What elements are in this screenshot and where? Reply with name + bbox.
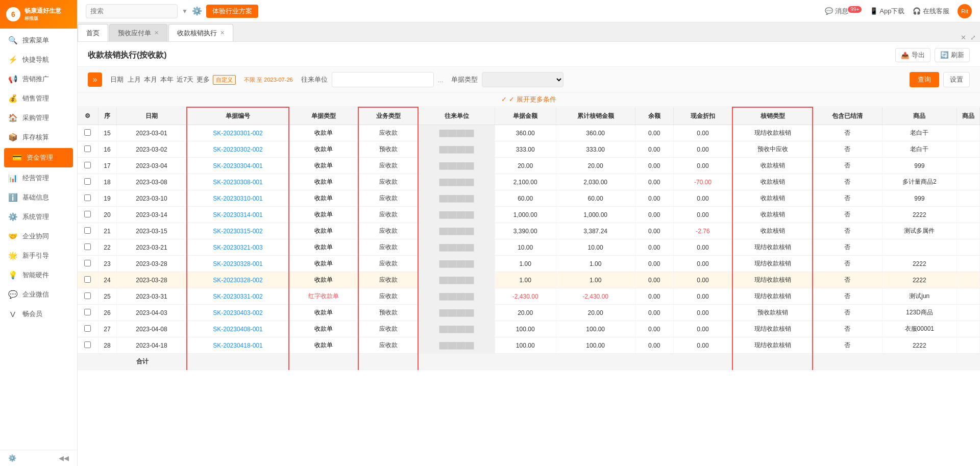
cell-checkbox[interactable] xyxy=(78,223,98,239)
col-header-settings[interactable]: ⚙ xyxy=(78,107,98,125)
table-row: 26 2023-04-03 SK-20230403-002 收款单 预收款 ██… xyxy=(78,305,980,321)
sidebar-item-finance[interactable]: 💳资金管理 xyxy=(4,148,73,167)
sidebar-item-marketing[interactable]: 📢营销推广 xyxy=(0,69,77,89)
col-header-doc-type: 单据类型 xyxy=(289,107,359,125)
main-content: ▼ ⚙️ 体验行业方案 💬 消息 99+ 📱 App下载 🎧 在线客服 Rit … xyxy=(78,0,980,466)
cell-checkbox[interactable] xyxy=(78,288,98,305)
date-link-this-year[interactable]: 本年 xyxy=(160,75,174,85)
sn-link[interactable]: SK-20230315-002 xyxy=(213,228,262,235)
tab-collection-label: 收款核销执行 xyxy=(177,29,217,38)
sidebar-item-guide[interactable]: 🌟新手引导 xyxy=(0,246,77,265)
cell-checkbox[interactable] xyxy=(78,174,98,190)
export-button[interactable]: 📤 导出 xyxy=(895,48,930,62)
cell-date: 2023-03-28 xyxy=(116,272,187,288)
tab-collection-close-icon[interactable]: ✕ xyxy=(220,30,225,36)
sn-link[interactable]: SK-20230310-001 xyxy=(213,195,262,202)
sidebar-item-sales[interactable]: 💰销售管理 xyxy=(0,89,77,108)
cell-checkbox[interactable] xyxy=(78,321,98,337)
cell-checkbox[interactable] xyxy=(78,158,98,174)
sn-link[interactable]: SK-20230302-002 xyxy=(213,146,262,153)
online-service-area[interactable]: 🎧 在线客服 xyxy=(913,7,949,16)
sn-link[interactable]: SK-20230328-001 xyxy=(213,260,262,267)
sn-link[interactable]: SK-20230314-001 xyxy=(213,211,262,218)
tab-collection[interactable]: 收款核销执行 ✕ xyxy=(168,24,233,41)
sidebar-item-basic[interactable]: ℹ️基础信息 xyxy=(0,188,77,207)
cell-include-settled: 否 xyxy=(813,125,882,141)
sn-link[interactable]: SK-20230331-002 xyxy=(213,293,262,300)
date-link-this-month[interactable]: 本月 xyxy=(144,75,157,85)
sidebar-item-inventory[interactable]: 📦库存核算 xyxy=(0,128,77,147)
filter-toggle-button[interactable]: » xyxy=(88,72,102,87)
sidebar-item-enterprise[interactable]: 🤝企业协同 xyxy=(0,227,77,246)
tab-home[interactable]: 首页 xyxy=(78,24,108,41)
cell-amount: 100.00 xyxy=(495,337,556,354)
cell-date: 2023-04-08 xyxy=(116,321,187,337)
sidebar-item-purchase[interactable]: 🏠采购管理 xyxy=(0,108,77,128)
cell-checkbox[interactable] xyxy=(78,337,98,354)
cell-checkbox[interactable] xyxy=(78,207,98,223)
sn-link[interactable]: SK-20230301-002 xyxy=(213,130,262,137)
sn-link[interactable]: SK-20230418-001 xyxy=(213,342,262,349)
cell-checkbox[interactable] xyxy=(78,256,98,272)
app-download-area[interactable]: 📱 App下载 xyxy=(870,7,904,16)
doc-type-filter-select[interactable] xyxy=(482,72,564,87)
cell-verify-type: 现结收款核销 xyxy=(732,256,813,272)
date-link-more[interactable]: 更多 xyxy=(197,75,210,85)
sidebar-item-label-inventory: 库存核算 xyxy=(22,133,49,142)
cell-seq: 18 xyxy=(98,174,116,190)
cell-balance: 0.00 xyxy=(635,174,673,190)
sn-link[interactable]: SK-20230328-002 xyxy=(213,277,262,284)
date-custom-button[interactable]: 自定义 xyxy=(213,75,236,85)
sidebar-item-quick[interactable]: ⚡快捷导航 xyxy=(0,50,77,69)
filter-settings-button[interactable]: 设置 xyxy=(943,72,970,87)
col-header-verified: 累计核销金额 xyxy=(556,107,635,125)
tab-close-all-icon[interactable]: ✕ xyxy=(961,34,966,41)
table-settings-icon[interactable]: ⚙ xyxy=(85,112,90,119)
expand-more-button[interactable]: ✓ ✓ 展开更多条件 xyxy=(501,95,556,104)
cell-discount: 0.00 xyxy=(673,125,732,141)
sidebar-item-search[interactable]: 🔍搜索菜单 xyxy=(0,31,77,50)
query-button[interactable]: 查询 xyxy=(910,72,939,87)
date-link-7days[interactable]: 近7天 xyxy=(177,75,193,85)
cell-checkbox[interactable] xyxy=(78,272,98,288)
cell-sn: SK-20230403-002 xyxy=(187,305,288,321)
cell-checkbox[interactable] xyxy=(78,239,98,256)
tab-prepay-close-icon[interactable]: ✕ xyxy=(154,30,159,36)
topbar-search-input[interactable] xyxy=(86,4,178,18)
cell-discount: 0.00 xyxy=(673,305,732,321)
cell-checkbox[interactable] xyxy=(78,190,98,207)
topbar-gear-icon[interactable]: ⚙️ xyxy=(192,6,202,16)
sidebar-item-member[interactable]: V畅会员 xyxy=(0,304,77,324)
cell-partner: ████████ xyxy=(418,158,495,174)
cell-verify-type: 收款核销 xyxy=(732,207,813,223)
sn-link[interactable]: SK-20230304-001 xyxy=(213,162,262,169)
sn-link[interactable]: SK-20230403-002 xyxy=(213,309,262,316)
cell-include-settled: 否 xyxy=(813,321,882,337)
dropdown-arrow-icon[interactable]: ▼ xyxy=(182,8,188,15)
cell-checkbox[interactable] xyxy=(78,125,98,141)
user-avatar[interactable]: Rit xyxy=(958,4,972,18)
sn-link[interactable]: SK-20230308-001 xyxy=(213,179,262,186)
sidebar-item-operation[interactable]: 📊经营管理 xyxy=(0,168,77,188)
sidebar-item-hardware[interactable]: 💡智能硬件 xyxy=(0,265,77,285)
tab-expand-icon[interactable]: ⤢ xyxy=(970,34,976,41)
collapse-icon[interactable]: ◀◀ xyxy=(59,454,69,462)
sidebar-item-system[interactable]: ⚙️系统管理 xyxy=(0,207,77,227)
sidebar-item-label-purchase: 采购管理 xyxy=(22,113,49,122)
cell-checkbox[interactable] xyxy=(78,305,98,321)
data-table: ⚙ 序 日期 单据编号 单据类型 业务类型 往来单位 单据金额 累计核销金额 余… xyxy=(78,107,980,370)
cell-verified: 1.00 xyxy=(556,272,635,288)
message-area[interactable]: 💬 消息 99+ xyxy=(825,7,862,16)
cell-checkbox[interactable] xyxy=(78,141,98,158)
footer-doc-type xyxy=(289,354,359,370)
sidebar-item-wechat[interactable]: 💬企业微信 xyxy=(0,285,77,304)
cell-sn: SK-20230302-002 xyxy=(187,141,288,158)
settings-icon[interactable]: ⚙️ xyxy=(8,454,16,462)
refresh-button[interactable]: 🔄 刷新 xyxy=(935,48,970,62)
tab-prepay[interactable]: 预收应付单 ✕ xyxy=(109,24,167,41)
industry-solution-button[interactable]: 体验行业方案 xyxy=(206,5,258,18)
sn-link[interactable]: SK-20230321-003 xyxy=(213,244,262,251)
sn-link[interactable]: SK-20230408-001 xyxy=(213,326,262,333)
partner-filter-input[interactable] xyxy=(332,72,434,87)
date-link-last-month[interactable]: 上月 xyxy=(128,75,141,85)
